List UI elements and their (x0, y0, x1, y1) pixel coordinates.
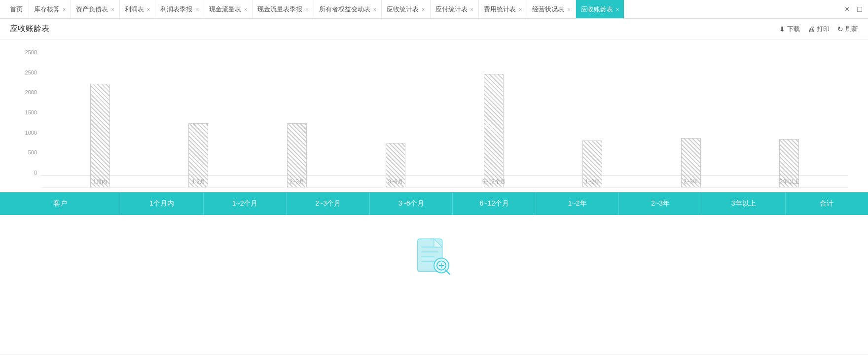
refresh-button[interactable]: ↻ 刷新 (837, 25, 858, 34)
window-maximize-button[interactable]: □ (855, 4, 864, 15)
y-label-2500top: 2500 (20, 49, 37, 55)
download-button[interactable]: ⬇ 下载 (779, 25, 800, 34)
bar-1m-rect (90, 84, 110, 187)
y-label-0: 0 (20, 170, 37, 176)
y-label-1000: 1000 (20, 130, 37, 136)
x-label-6-12m: 6~12个月 (445, 178, 543, 185)
close-tab-profit[interactable]: × (147, 6, 150, 12)
x-label-1-2y: 1~2年 (543, 178, 642, 185)
close-tab-balance[interactable]: × (111, 6, 114, 12)
col-2-3m: 2~3个月 (287, 192, 370, 215)
col-total: 合计 (786, 192, 868, 215)
close-tab-profit-quarterly[interactable]: × (195, 6, 198, 12)
col-1-2y: 1~2年 (536, 192, 619, 215)
table-header: 客户 1个月内 1~2个月 2~3个月 3~6个月 6~12个月 1~2年 2~… (0, 192, 868, 215)
chart-area: 2500 2500 2000 1500 1000 500 0 (0, 39, 868, 192)
tab-equity[interactable]: 所有者权益变动表 × (314, 0, 382, 19)
page-title: 应收账龄表 (10, 24, 49, 34)
refresh-icon: ↻ (837, 25, 843, 33)
bar-1m (90, 84, 110, 187)
x-label-2-3m: 2~3月 (248, 178, 346, 185)
x-labels: 1月内 1-2月 2~3月 3~6月 6~12个月 1~2年 2~3年 3年以上 (41, 176, 848, 187)
page-actions: ⬇ 下载 🖨 打印 ↻ 刷新 (779, 25, 858, 34)
bar-6-12m-rect (484, 74, 504, 187)
tab-profit-quarterly[interactable]: 利润表季报 × (155, 0, 204, 19)
window-controls: × □ (843, 4, 864, 15)
empty-state (0, 215, 868, 304)
x-label-3y-plus: 3年以上 (740, 178, 838, 185)
tab-bar: 首页 库存核算 × 资产负债表 × 利润表 × 利润表季报 × 现金流量表 × … (0, 0, 868, 19)
close-tab-cashflow-quarterly[interactable]: × (305, 6, 308, 12)
close-tab-equity[interactable]: × (373, 6, 376, 12)
window-close-button[interactable]: × (843, 4, 851, 15)
page-header: 应收账龄表 ⬇ 下载 🖨 打印 ↻ 刷新 (0, 19, 868, 39)
x-label-3-6m: 3~6月 (346, 178, 445, 185)
tab-inventory[interactable]: 库存核算 × (29, 0, 71, 19)
x-label-1m: 1月内 (51, 178, 149, 185)
tab-ap-stats[interactable]: 应付统计表 × (431, 0, 479, 19)
col-2-3y: 2~3年 (619, 192, 702, 215)
download-icon: ⬇ (779, 25, 785, 33)
print-button[interactable]: 🖨 打印 (808, 25, 830, 34)
tab-cashflow[interactable]: 现金流量表 × (204, 0, 253, 19)
tab-home[interactable]: 首页 (4, 0, 29, 19)
close-tab-expense-stats[interactable]: × (519, 6, 522, 12)
grid-line-5 (41, 187, 848, 188)
x-label-1-2m: 1-2月 (149, 178, 248, 185)
close-tab-inventory[interactable]: × (63, 6, 66, 12)
close-tab-ar-stats[interactable]: × (422, 6, 425, 12)
y-axis: 2500 2500 2000 1500 1000 500 0 (20, 49, 37, 187)
close-tab-operations[interactable]: × (567, 6, 570, 12)
bar-chart: 2500 2500 2000 1500 1000 500 0 (20, 49, 848, 187)
col-3-6m: 3~6个月 (370, 192, 453, 215)
y-label-500: 500 (20, 149, 37, 155)
col-1m: 1个月内 (120, 192, 204, 215)
tab-ar-stats[interactable]: 应收统计表 × (382, 0, 430, 19)
close-tab-ar-aging[interactable]: × (616, 6, 619, 12)
y-label-2000: 2000 (20, 89, 37, 95)
y-label-2500b: 2500 (20, 70, 37, 75)
tab-expense-stats[interactable]: 费用统计表 × (479, 0, 527, 19)
col-6-12m: 6~12个月 (453, 192, 536, 215)
col-customer: 客户 (0, 192, 120, 215)
print-icon: 🖨 (808, 25, 815, 33)
main-content: 2500 2500 2000 1500 1000 500 0 (0, 39, 868, 354)
tab-cashflow-quarterly[interactable]: 现金流量表季报 × (253, 0, 314, 19)
bar-6-12m (484, 74, 504, 187)
tab-ar-aging[interactable]: 应收账龄表 × (576, 0, 624, 19)
tab-operations[interactable]: 经营状况表 × (527, 0, 576, 19)
col-3y-plus: 3年以上 (702, 192, 786, 215)
close-tab-cashflow[interactable]: × (244, 6, 247, 12)
svg-line-8 (445, 270, 449, 274)
empty-state-icon (409, 235, 459, 284)
tab-balance[interactable]: 资产负债表 × (71, 0, 119, 19)
tab-profit[interactable]: 利润表 × (120, 0, 155, 19)
y-label-1500: 1500 (20, 109, 37, 115)
close-tab-ap-stats[interactable]: × (470, 6, 473, 12)
col-1-2m: 1~2个月 (204, 192, 287, 215)
x-label-2-3y: 2~3年 (642, 178, 740, 185)
